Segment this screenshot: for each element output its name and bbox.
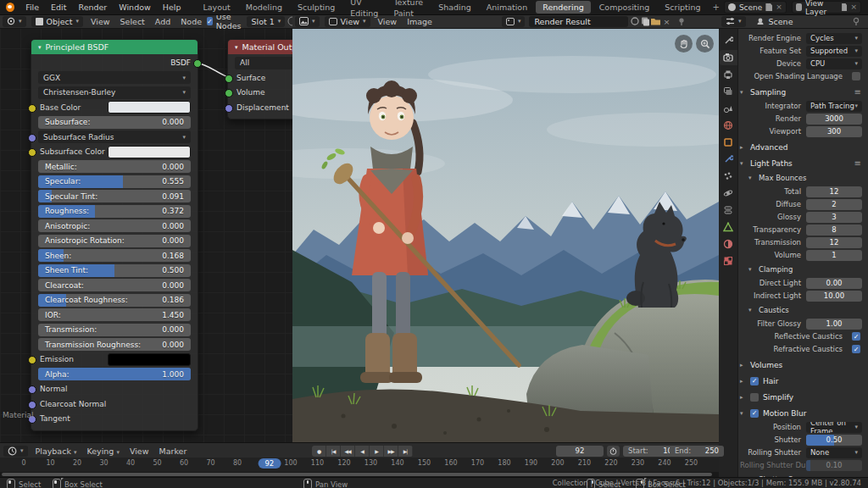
scrollbar-thumb[interactable] — [2, 473, 712, 476]
field-direct-light[interactable]: 0.00 — [806, 278, 862, 289]
editor-type-button-props[interactable]: ▾ — [721, 16, 746, 27]
field-diffuse[interactable]: 2 — [806, 199, 862, 210]
panel-volumes[interactable]: ▸Volumes — [740, 358, 864, 371]
workspace-tab-modeling[interactable]: Modeling — [239, 1, 289, 14]
panel-clamping[interactable]: ▾Clamping — [748, 263, 864, 275]
shader-editor-canvas[interactable]: ▾ Principled BSDF BSDF GGX▾Christensen-B… — [0, 28, 293, 442]
node-principled-bsdf[interactable]: ▾ Principled BSDF BSDF GGX▾Christensen-B… — [31, 39, 198, 431]
previous-keyframe-button[interactable]: ◀◀ — [341, 446, 355, 457]
input-socket-subsurface-color[interactable] — [28, 148, 36, 157]
pan-gizmo[interactable] — [675, 35, 693, 53]
menu-help[interactable]: Help — [157, 1, 187, 14]
properties-tab-tool[interactable] — [720, 33, 737, 48]
add-workspace-button[interactable]: + — [709, 3, 724, 12]
param-emission[interactable]: Emission — [38, 353, 191, 366]
jump-to-end-button[interactable]: ▶| — [398, 446, 413, 457]
close-scene-icon[interactable]: × — [776, 3, 782, 11]
blender-logo-icon[interactable] — [6, 3, 14, 12]
dropdown-integrator[interactable]: Path Tracing▾ — [806, 101, 862, 112]
dropdown-render-engine[interactable]: Cycles▾ — [806, 33, 862, 44]
menu-render[interactable]: Render — [72, 1, 113, 14]
param-metallic[interactable]: Metallic:0.000 — [38, 160, 191, 173]
properties-tab-physics[interactable] — [720, 186, 737, 201]
timeline-editor-button[interactable]: ▾ — [3, 446, 28, 457]
dropdown-feature-set[interactable]: Supported▾ — [806, 46, 862, 57]
properties-tab-object-data[interactable] — [720, 219, 737, 235]
param-specular[interactable]: Specular:0.555 — [38, 175, 191, 188]
param-clearcoat[interactable]: Clearcoat:0.000 — [38, 279, 191, 291]
play-reverse-button[interactable]: ◀ — [355, 446, 370, 457]
param-christensen-burley[interactable]: Christensen-Burley▾ — [38, 86, 191, 99]
workspace-tab-compositing[interactable]: Compositing — [593, 1, 657, 14]
frame-end-field[interactable]: End: 250 — [670, 446, 724, 457]
slider-shutter[interactable]: 0.50 — [806, 435, 862, 446]
properties-tab-render[interactable] — [720, 50, 737, 65]
bsdf-output-socket[interactable] — [193, 59, 202, 68]
current-frame-field[interactable]: 92 — [556, 446, 604, 457]
properties-tab-material[interactable] — [720, 236, 737, 252]
shader-type-dropdown[interactable]: Object ▾ — [31, 16, 83, 27]
param-anisotropic-rotation[interactable]: Anisotropic Rotation:0.000 — [38, 235, 191, 247]
new-scene-icon[interactable] — [765, 3, 772, 11]
dropdown-position[interactable]: Center on Frame▾ — [806, 422, 862, 433]
input-socket-surface[interactable] — [225, 75, 233, 83]
input-socket-clearcoat-normal[interactable] — [28, 401, 36, 409]
param-specular-tint[interactable]: Specular Tint:0.091 — [38, 190, 191, 202]
panel-motion-blur[interactable]: ▾✓Motion Blur — [740, 407, 864, 419]
color-swatch[interactable] — [108, 353, 191, 366]
panel-simplify[interactable]: ▸Simplify — [740, 391, 864, 403]
properties-tab-constraints[interactable] — [720, 202, 737, 218]
properties-tab-view-layer[interactable] — [720, 84, 737, 99]
param-clearcoat-roughness[interactable]: Clearcoat Roughness:0.186 — [38, 294, 191, 307]
node-header-principled[interactable]: ▾ Principled BSDF — [31, 40, 198, 54]
param-sheen-tint[interactable]: Sheen Tint:0.500 — [38, 264, 191, 277]
new-view-layer-icon[interactable] — [842, 3, 847, 11]
param-transmission-roughness[interactable]: Transmission Roughness:0.000 — [38, 338, 191, 351]
input-socket-displacement[interactable] — [225, 104, 233, 113]
menu-edit[interactable]: Edit — [45, 1, 72, 14]
dropdown-rolling-shutter[interactable]: None▾ — [806, 447, 862, 458]
editor-type-button[interactable]: ▾ — [3, 16, 26, 27]
properties-tab-output[interactable] — [720, 67, 737, 82]
next-keyframe-button[interactable]: ▶▶ — [384, 446, 398, 457]
param-roughness[interactable]: Roughness:0.372 — [38, 205, 191, 218]
workspace-tab-scripting[interactable]: Scripting — [658, 1, 707, 14]
menu-view[interactable]: View — [86, 17, 115, 26]
menu-add[interactable]: Add — [150, 17, 175, 26]
record-button[interactable]: ● — [312, 446, 326, 457]
param-alpha[interactable]: Alpha:1.000 — [38, 368, 191, 380]
menu-select[interactable]: Select — [115, 17, 150, 26]
timeline-ruler[interactable]: 92 0102030405060708090100110120130140150… — [0, 458, 719, 472]
menu-window[interactable]: Window — [113, 1, 156, 14]
properties-tab-modifiers[interactable] — [720, 152, 737, 167]
menu-view[interactable]: View — [125, 446, 154, 456]
color-swatch[interactable] — [108, 146, 191, 158]
preset-menu-icon[interactable]: ≡ — [854, 87, 864, 97]
field-viewport[interactable]: 300 — [806, 126, 862, 137]
param-anisotropic[interactable]: Anisotropic:0.000 — [38, 219, 191, 232]
properties-tab-texture[interactable] — [720, 253, 737, 269]
zoom-gizmo[interactable] — [696, 35, 714, 53]
param-subsurface[interactable]: Subsurface:0.000 — [38, 116, 191, 129]
checkbox-simplify[interactable] — [750, 393, 759, 402]
param-subsurface-color[interactable]: Subsurface Color — [38, 146, 191, 158]
workspace-tab-sculpting[interactable]: Sculpting — [291, 1, 342, 14]
panel-hair[interactable]: ▸✓Hair — [740, 374, 864, 387]
field-indirect-light[interactable]: 10.00 — [806, 291, 862, 302]
input-socket-emission[interactable] — [28, 356, 36, 364]
panel-advanced[interactable]: ▸Advanced — [740, 141, 864, 153]
slider-rolling-shutter-dur[interactable]: 0.10 — [806, 460, 862, 471]
field-volume[interactable]: 1 — [806, 250, 862, 261]
param-base-color[interactable]: Base Color — [38, 101, 191, 114]
properties-tab-particles[interactable] — [720, 169, 737, 184]
param-ior[interactable]: IOR:1.450 — [38, 308, 191, 321]
workspace-tab-animation[interactable]: Animation — [480, 1, 534, 14]
field-filter-glossy[interactable]: 1.00 — [806, 319, 862, 330]
menu-file[interactable]: File — [19, 1, 45, 14]
checkbox-open-shading-language[interactable] — [852, 72, 860, 80]
jump-to-start-button[interactable]: |◀ — [326, 446, 341, 457]
workspace-tab-layout[interactable]: Layout — [196, 1, 236, 14]
menu-marker[interactable]: Marker — [153, 446, 192, 456]
current-frame-indicator[interactable]: 92 — [258, 458, 281, 469]
properties-tab-world[interactable] — [720, 118, 737, 133]
